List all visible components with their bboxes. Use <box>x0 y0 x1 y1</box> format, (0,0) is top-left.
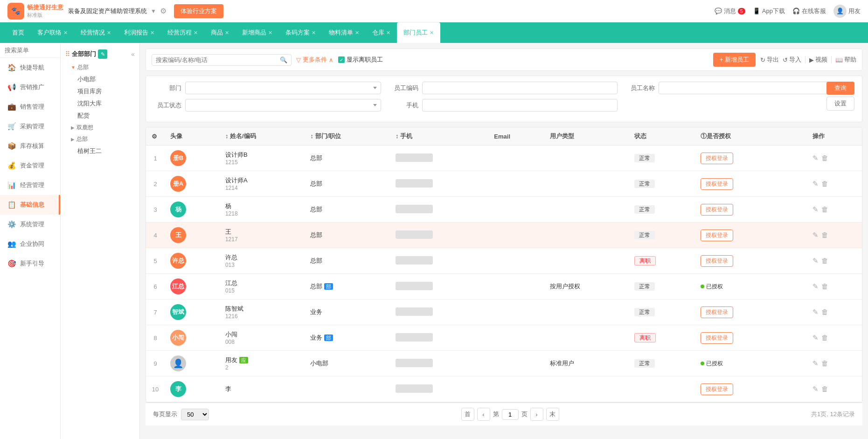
delete-button[interactable]: 🗑 <box>821 154 828 162</box>
sidebar-item-purchase[interactable]: 🛒 采购管理 <box>0 117 60 136</box>
close-icon[interactable]: ✕ <box>430 30 434 36</box>
edit-button[interactable]: ✎ <box>812 257 819 265</box>
auth-login-button[interactable]: 授权登录 <box>701 178 733 190</box>
tree-item-shenyang[interactable]: 沈阳大库 <box>64 98 139 110</box>
sidebar-item-finance[interactable]: 💰 资金管理 <box>0 156 60 175</box>
edit-button[interactable]: ✎ <box>812 308 819 316</box>
close-icon[interactable]: ✕ <box>312 30 316 36</box>
status-select[interactable] <box>185 99 381 111</box>
trial-button[interactable]: 体验行业方案 <box>174 4 223 18</box>
auth-login-button[interactable]: 授权登录 <box>701 255 733 267</box>
tree-item-xiaodian[interactable]: 小电部 <box>64 73 139 85</box>
page-size-select[interactable]: 50 100 <box>181 409 209 420</box>
show-resigned-toggle[interactable]: ✓ 显示离职员工 <box>338 56 383 64</box>
tab-material[interactable]: 物料清单✕ <box>322 22 366 43</box>
delete-button[interactable]: 🗑 <box>821 359 828 368</box>
online-service-button[interactable]: 🎧 在线客服 <box>792 7 826 15</box>
tab-home[interactable]: 首页 <box>6 22 31 43</box>
delete-button[interactable]: 🗑 <box>821 282 828 291</box>
close-icon[interactable]: ✕ <box>355 30 359 36</box>
delete-button[interactable]: 🗑 <box>821 308 828 316</box>
tree-item-peihuo[interactable]: 配货 <box>64 110 139 122</box>
search-input[interactable] <box>156 56 278 63</box>
empcode-input[interactable] <box>422 82 618 94</box>
settings-icon[interactable]: ⚙ <box>160 7 167 15</box>
edit-button[interactable]: ✎ <box>812 231 819 239</box>
tree-item-xiangmu[interactable]: 项目库房 <box>64 85 139 98</box>
tab-operation[interactable]: 经营情况✕ <box>74 22 118 43</box>
edit-button[interactable]: ✎ <box>812 282 819 291</box>
auth-login-button[interactable]: 授权登录 <box>701 204 733 216</box>
close-icon[interactable]: ✕ <box>63 30 68 36</box>
delete-button[interactable]: 🗑 <box>821 205 828 214</box>
page-number-input[interactable] <box>502 409 519 420</box>
query-button[interactable]: 查询 <box>826 82 854 95</box>
edit-button[interactable]: ✎ <box>812 334 819 342</box>
export-button[interactable]: ↻ 导出 <box>760 56 779 64</box>
first-page-button[interactable]: 首 <box>461 408 474 421</box>
sidebar-item-system[interactable]: ⚙️ 系统管理 <box>0 215 60 234</box>
reset-button[interactable]: 设置 <box>826 97 854 111</box>
edit-button[interactable]: ✎ <box>812 385 819 393</box>
next-page-button[interactable]: › <box>530 408 543 421</box>
edit-button[interactable]: ✎ <box>812 205 819 214</box>
auth-login-button[interactable]: 授权登录 <box>701 230 733 241</box>
tree-section-zongbu2[interactable]: ▶ 总部 <box>64 133 139 145</box>
sidebar-item-guide[interactable]: 🎯 新手引导 <box>0 254 60 273</box>
app-download-button[interactable]: 📱 App下载 <box>753 7 785 15</box>
edit-button[interactable]: ✎ <box>812 359 819 368</box>
delete-button[interactable]: 🗑 <box>821 334 828 342</box>
auth-login-button[interactable]: 授权登录 <box>701 332 733 344</box>
delete-button[interactable]: 🗑 <box>821 180 828 188</box>
import-button[interactable]: ↺ 导入 <box>783 56 801 64</box>
tab-barcode[interactable]: 条码方案✕ <box>279 22 322 43</box>
dropdown-arrow-icon[interactable]: ▼ <box>151 8 156 14</box>
sidebar-item-basic[interactable]: 📋 基础信息 <box>0 195 60 215</box>
close-icon[interactable]: ✕ <box>386 30 390 36</box>
edit-button[interactable]: ✎ <box>812 154 819 162</box>
empname-input[interactable] <box>659 82 854 94</box>
edit-dept-button[interactable]: ✎ <box>98 49 107 59</box>
more-filter-button[interactable]: ▽ 更多条件 ∧ <box>296 56 333 64</box>
auth-login-button[interactable]: 授权登录 <box>701 383 733 395</box>
tree-header[interactable]: ⠿ 全部部门 ✎ « <box>61 47 139 62</box>
tab-goods[interactable]: 商品✕ <box>204 22 236 43</box>
tab-warehouse[interactable]: 仓库✕ <box>366 22 397 43</box>
add-employee-button[interactable]: + 新增员工 <box>713 53 756 67</box>
close-icon[interactable]: ✕ <box>194 30 198 36</box>
close-icon[interactable]: ✕ <box>107 30 111 36</box>
close-icon[interactable]: ✕ <box>225 30 229 36</box>
delete-button[interactable]: 🗑 <box>821 231 828 239</box>
tab-profit[interactable]: 利润报告✕ <box>118 22 161 43</box>
sidebar-item-sales[interactable]: 💼 销售管理 <box>0 97 60 117</box>
sidebar-item-business[interactable]: 📊 经营管理 <box>0 175 60 195</box>
phone-input[interactable] <box>422 99 618 111</box>
sidebar-item-quicknav[interactable]: 🏠 快捷导航 <box>0 58 60 77</box>
edit-button[interactable]: ✎ <box>812 180 819 188</box>
dept-select[interactable] <box>185 82 381 94</box>
message-button[interactable]: 💬 消息 5 <box>715 7 745 15</box>
help-button[interactable]: 📖 帮助 <box>835 56 856 64</box>
last-page-button[interactable]: 末 <box>546 408 559 421</box>
delete-button[interactable]: 🗑 <box>821 385 828 393</box>
auth-login-button[interactable]: 授权登录 <box>701 153 733 164</box>
video-button[interactable]: ▶ 视频 <box>809 56 827 64</box>
tree-item-zhishu[interactable]: 植树王二 <box>64 145 139 157</box>
col-settings[interactable]: ⚙ <box>146 127 165 146</box>
sidebar-item-collab[interactable]: 👥 企业协同 <box>0 234 60 254</box>
close-icon[interactable]: ✕ <box>268 30 272 36</box>
tab-add-goods[interactable]: 新增商品✕ <box>236 22 279 43</box>
auth-login-button[interactable]: 授权登录 <box>701 307 733 318</box>
tab-history[interactable]: 经营历程✕ <box>161 22 204 43</box>
sidebar-item-marketing[interactable]: 📢 营销推广 <box>0 77 60 97</box>
tab-department[interactable]: 部门员工✕ <box>397 22 440 43</box>
sidebar-search-input[interactable] <box>5 47 61 54</box>
tab-customer[interactable]: 客户联络✕ <box>31 22 74 43</box>
tree-section-zongbu[interactable]: ▼ 总部 <box>64 62 139 73</box>
tree-section-shuanglu[interactable]: ▶ 双鹿想 <box>64 122 139 133</box>
delete-button[interactable]: 🗑 <box>821 257 828 265</box>
close-icon[interactable]: ✕ <box>150 30 154 36</box>
collapse-icon[interactable]: « <box>131 50 135 58</box>
sidebar-item-inventory[interactable]: 📦 库存核算 <box>0 136 60 156</box>
user-avatar[interactable]: 👤 用友 <box>833 5 861 18</box>
